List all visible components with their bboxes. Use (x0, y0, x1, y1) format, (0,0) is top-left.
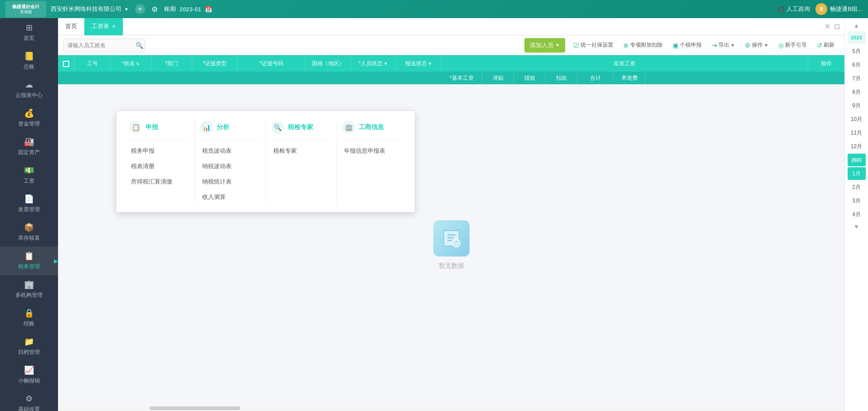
main-layout: ⊞ 首页 📒 总账 ☁ 云报表中心 💰 资金管理 🏭 固定 (0, 18, 868, 411)
date-panel-up-button[interactable]: ▲ (851, 20, 862, 31)
guide-button[interactable]: ◎ 新手引导 (774, 39, 811, 52)
th-pension: 养老费 (614, 72, 645, 84)
tab-close-window-icon[interactable]: ✕ (824, 22, 830, 31)
search-input-wrap[interactable]: 🔍 (63, 39, 145, 52)
tax-declare-button[interactable]: ▣ 个税申报 (668, 39, 706, 52)
date-panel-month-7[interactable]: 7月 (848, 72, 866, 85)
salary-icon: 💵 (24, 165, 34, 175)
th-status: *人员状态 ▼ (351, 56, 396, 72)
sidebar-item-invoice[interactable]: 📄 发票管理 (0, 189, 58, 218)
special-deduct-button[interactable]: ⊕ 专项附加扣除 (619, 39, 667, 52)
home-icon: ⊞ (26, 23, 33, 33)
svg-point-4 (453, 240, 460, 247)
social-security-icon: ☑ (573, 42, 579, 49)
filter-report-icon[interactable]: ▼ (428, 61, 432, 66)
menu-item-tax-wave[interactable]: 税负波动表 (200, 143, 260, 159)
add-person-button[interactable]: 添加人员 ▼ (524, 38, 565, 53)
th-allowance: 津贴 (482, 72, 514, 84)
multi-org-icon: 🏢 (24, 280, 34, 290)
date-panel-month-12[interactable]: 12月 (848, 140, 866, 153)
sidebar-item-home[interactable]: ⊞ 首页 (0, 18, 58, 47)
dropdown-col-biz-info: 🏢 工商信息 年报信息申报表 (337, 118, 407, 205)
company-selector[interactable]: 西安虾米网络科技有限公司 ▼ (51, 5, 129, 13)
basic-settings-icon: ⚙ (25, 394, 33, 404)
scrollbar-thumb[interactable] (150, 406, 240, 410)
date-panel-month-4[interactable]: 4月 (848, 208, 866, 221)
cloud-icon: ☁ (25, 80, 33, 90)
support-button[interactable]: 🎧 人工咨询 (777, 5, 810, 13)
sidebar: ⊞ 首页 📒 总账 ☁ 云报表中心 💰 资金管理 🏭 固定 (0, 18, 58, 411)
date-panel-month-6[interactable]: 6月 (848, 58, 866, 71)
svg-rect-1 (447, 234, 456, 236)
report-sales-icon: 📈 (24, 365, 34, 375)
dropdown-col-declare: 📋 申报 税务申报 税表清册 所得税汇算清缴 (124, 118, 195, 205)
tax-menu-dropdown: 📋 申报 税务申报 税表清册 所得税汇算清缴 (116, 111, 415, 213)
horizontal-scrollbar[interactable] (58, 406, 844, 411)
menu-item-tax-expert[interactable]: 税检专家 (272, 143, 331, 159)
sort-name-icon[interactable]: ⇅ (136, 61, 140, 66)
invoice-icon: 📄 (24, 194, 34, 204)
tab-close-icon[interactable]: × (112, 23, 116, 29)
tab-home[interactable]: 首页 (58, 18, 84, 35)
headset-icon: 🎧 (777, 6, 785, 13)
menu-item-tax-form[interactable]: 税表清册 (129, 159, 189, 174)
social-security-button[interactable]: ☑ 统一社保设置 (569, 39, 618, 52)
fund-icon: 💰 (24, 108, 34, 118)
date-panel-month-5[interactable]: 5月 (848, 45, 866, 58)
sidebar-item-multi-org[interactable]: 🏢 多机构管理 (0, 275, 58, 304)
date-panel-year-2023-label: 2023 (848, 31, 866, 44)
sidebar-item-tax-mgmt[interactable]: 📋 税务管理 ▶ (0, 247, 58, 275)
th-cert-type: *证据类型 (192, 56, 238, 72)
sidebar-item-close-period[interactable]: 🔒 结账 (0, 304, 58, 332)
operations-dropdown-arrow: ▼ (764, 43, 768, 48)
sidebar-item-archive[interactable]: 📁 归档管理 (0, 332, 58, 361)
app-logo: 畅捷通好会计 英雄版 (5, 1, 46, 17)
search-input[interactable] (68, 42, 136, 48)
refresh-button[interactable]: ↺ 刷新 (812, 39, 839, 52)
empty-state-icon (433, 220, 470, 256)
menu-item-annual-report[interactable]: 年报信息申报表 (342, 143, 402, 159)
menu-item-tax-stats[interactable]: 纳税统计表 (200, 174, 260, 189)
add-person-dropdown-arrow: ▼ (555, 43, 560, 48)
date-panel-month-1-active[interactable]: 1月 (848, 167, 866, 180)
sidebar-item-report-sales[interactable]: 📈 小畅报销 (0, 361, 58, 389)
date-panel-month-3[interactable]: 3月 (848, 194, 866, 207)
sidebar-item-fund[interactable]: 💰 资金管理 (0, 104, 58, 132)
menu-item-tax-declare[interactable]: 税务申报 (129, 143, 189, 159)
add-company-button[interactable]: + (135, 4, 145, 14)
top-bar: 畅捷通好会计 英雄版 西安虾米网络科技有限公司 ▼ + ⚙ 账期 2023-01… (0, 0, 868, 18)
date-panel-month-9[interactable]: 9月 (848, 99, 866, 112)
calendar-icon[interactable]: 📅 (205, 6, 212, 13)
sidebar-item-cloud-report[interactable]: ☁ 云报表中心 (0, 75, 58, 104)
menu-item-tax-payment-wave[interactable]: 纳税波动表 (200, 159, 260, 174)
company-dropdown-arrow: ▼ (124, 7, 129, 12)
sidebar-item-inventory[interactable]: 📦 库存核算 (0, 218, 58, 247)
sidebar-item-salary[interactable]: 💵 工资 (0, 161, 58, 189)
tab-restore-icon[interactable]: ⊡ (834, 22, 840, 31)
date-panel-down-button[interactable]: ▼ (851, 221, 862, 232)
user-menu[interactable]: B 畅捷通B组... (815, 3, 863, 15)
dropdown-col-header-declare: 📋 申报 (129, 118, 189, 140)
th-perf: 绩效 (514, 72, 546, 84)
export-button[interactable]: ⇥ 导出 ▼ (707, 39, 739, 52)
biz-info-col-icon: 🏢 (342, 121, 355, 134)
filter-status-icon[interactable]: ▼ (383, 61, 388, 66)
menu-item-income-calc[interactable]: 收入测算 (200, 189, 260, 205)
date-panel-month-11[interactable]: 11月 (848, 126, 866, 139)
th-region: 国籍（地区） (305, 56, 351, 72)
sidebar-item-fixed-assets[interactable]: 🏭 固定资产 (0, 132, 58, 161)
date-panel-year-current-label: 2023 (848, 154, 866, 166)
sidebar-item-ledger[interactable]: 📒 总账 (0, 47, 58, 75)
th-checkbox[interactable] (58, 56, 74, 72)
tab-salary[interactable]: 工资表 × (84, 18, 123, 35)
th-basic: *基本工资 (441, 72, 482, 84)
date-panel-month-8[interactable]: 8月 (848, 86, 866, 98)
operations-icon: ⚙ (745, 42, 751, 49)
menu-item-income-tax-clear[interactable]: 所得税汇算清缴 (129, 174, 189, 189)
toolbar: 🔍 添加人员 ▼ ☑ 统一社保设置 ⊕ 专项附加扣除 ▣ 个税申报 (58, 35, 844, 55)
sidebar-item-basic-settings[interactable]: ⚙ 基础设置 (0, 389, 58, 411)
settings-icon[interactable]: ⚙ (150, 4, 160, 14)
date-panel-month-2[interactable]: 2月 (848, 181, 866, 193)
date-panel-month-10[interactable]: 10月 (848, 113, 866, 126)
operations-button[interactable]: ⚙ 操作 ▼ (740, 39, 773, 52)
